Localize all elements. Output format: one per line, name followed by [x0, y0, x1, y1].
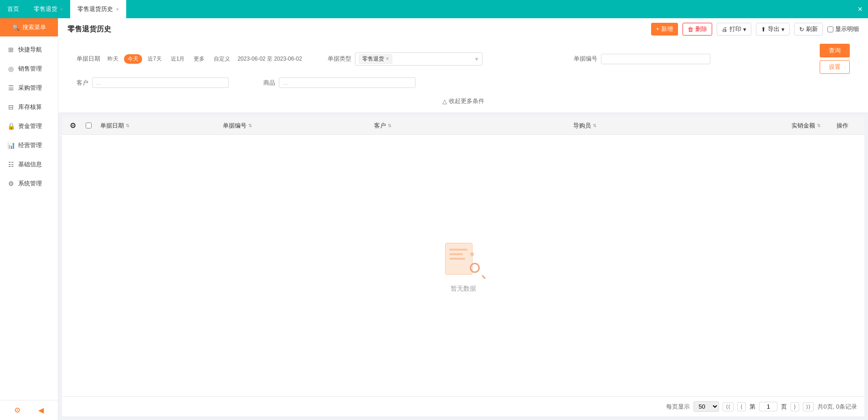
date-options: 昨天 今天 近7天 近1月 更多 自定义 [104, 54, 234, 64]
print-dropdown-icon: ▾ [743, 26, 746, 33]
page-last-button[interactable]: ⟩⟩ [803, 402, 814, 411]
type-select-dropdown-icon: ▾ [475, 56, 478, 62]
per-page-label: 每页显示 [666, 403, 690, 411]
filter-action-buttons: 查询 设置 [820, 44, 850, 74]
filter-area: 单据日期 昨天 今天 近7天 近1月 更多 自定义 2023-06-02 至 2… [67, 40, 859, 113]
number-filter: 单据编号 [574, 54, 812, 64]
number-input[interactable] [601, 54, 710, 64]
page-next-button[interactable]: ⟩ [791, 402, 799, 411]
table-settings-icon[interactable]: ⚙ [66, 121, 80, 130]
customer-select[interactable]: ... [92, 77, 229, 88]
collapse-label: 收起更多条件 [449, 97, 484, 105]
page-first-button[interactable]: ⟨⟨ [723, 402, 734, 411]
customer-filter-label: 客户 [77, 79, 88, 87]
th-date[interactable]: 单据日期 ⇅ [97, 122, 219, 130]
tab-retail-return[interactable]: 零售退货 × [26, 0, 70, 18]
sidebar: 🔍 搜索菜单 ⊞ 快捷导航 ◎ 销售管理 ☰ 采购管理 ⊟ 库存核算 🔒 资金 [0, 18, 58, 420]
sidebar-item-purchase[interactable]: ☰ 采购管理 [0, 78, 58, 97]
finance-icon: 🔒 [7, 123, 15, 130]
system-icon: ⚙ [7, 180, 15, 187]
new-button[interactable]: + 新增 [651, 23, 678, 36]
number-filter-label: 单据编号 [574, 55, 597, 63]
purchase-icon: ☰ [7, 84, 15, 92]
type-select[interactable]: 零售退货 × ▾ [355, 52, 483, 66]
th-amount[interactable]: 实销金额 ⇅ [721, 122, 824, 130]
sidebar-item-operation[interactable]: 📊 经营管理 [0, 136, 58, 155]
table-select-all[interactable] [80, 123, 97, 128]
page-title: 零售退货历史 [67, 25, 111, 34]
per-page-select[interactable]: 50 20 100 [693, 401, 719, 412]
empty-magnifier-shape [470, 263, 486, 279]
select-all-checkbox[interactable] [86, 123, 92, 128]
settings-bottom-icon[interactable]: ⚙ [14, 406, 21, 415]
sidebar-item-basic-info[interactable]: ☷ 基础信息 [0, 155, 58, 174]
sidebar-item-system[interactable]: ⚙ 系统管理 [0, 174, 58, 193]
export-icon: ⬆ [761, 26, 766, 33]
th-number[interactable]: 单据编号 ⇅ [219, 122, 370, 130]
tab-retail-return-history-label: 零售退货历史 [77, 5, 113, 13]
sidebar-search-label: 搜索菜单 [22, 23, 46, 31]
tab-retail-return-history-close[interactable]: × [116, 6, 118, 12]
sales-icon: ◎ [7, 65, 15, 72]
sidebar-item-operation-label: 经营管理 [18, 141, 42, 149]
table-container: ⚙ 单据日期 ⇅ 单据编号 ⇅ 客户 ⇅ 导购员 ⇅ [62, 117, 864, 416]
page-prev-button[interactable]: ⟨ [737, 402, 746, 411]
collapse-button[interactable]: △ 收起更多条件 [437, 95, 490, 107]
filter-row-1: 单据日期 昨天 今天 近7天 近1月 更多 自定义 2023-06-02 至 2… [77, 40, 850, 77]
page-input[interactable] [759, 402, 777, 411]
tab-retail-return-close[interactable]: × [60, 6, 63, 12]
operation-icon: 📊 [7, 142, 15, 149]
type-tag-remove[interactable]: × [386, 56, 389, 62]
page-unit-label: 页 [781, 403, 787, 411]
pagination: 每页显示 50 20 100 ⟨⟨ ⟨ 第 页 ⟩ ⟩⟩ 共0页, 0条记录 [62, 396, 864, 416]
export-button[interactable]: ⬆ 导出 ▾ [756, 23, 790, 36]
search-icon: 🔍 [12, 24, 20, 31]
th-customer[interactable]: 客户 ⇅ [370, 122, 570, 130]
th-amount-sort-icon: ⇅ [817, 123, 821, 128]
th-action-label: 操作 [837, 122, 848, 130]
th-guide[interactable]: 导购员 ⇅ [570, 122, 721, 130]
tab-retail-return-label: 零售退货 [34, 5, 57, 13]
tab-retail-return-history[interactable]: 零售退货历史 × [70, 0, 126, 18]
th-customer-label: 客户 [374, 122, 386, 130]
sidebar-item-finance[interactable]: 🔒 资金管理 [0, 117, 58, 136]
th-guide-label: 导购员 [573, 122, 591, 130]
page-goto-label: 第 [750, 403, 755, 411]
refresh-button[interactable]: ↻ 刷新 [794, 23, 823, 36]
export-dropdown-icon: ▾ [781, 26, 785, 33]
tab-home[interactable]: 首页 [0, 0, 26, 18]
show-detail-input[interactable] [827, 26, 833, 32]
date-filter-label: 单据日期 [77, 55, 100, 63]
delete-icon: 🗑 [688, 26, 693, 33]
th-number-sort-icon: ⇅ [248, 123, 252, 128]
window-close-button[interactable]: × [858, 5, 863, 13]
inventory-icon: ⊟ [7, 103, 15, 111]
goods-filter-label: 商品 [263, 79, 275, 87]
query-button[interactable]: 查询 [820, 44, 850, 57]
tab-home-label: 首页 [7, 5, 19, 13]
date-opt-more[interactable]: 更多 [190, 54, 208, 64]
empty-doc-shape [445, 243, 473, 275]
sidebar-item-inventory[interactable]: ⊟ 库存核算 [0, 97, 58, 117]
sidebar-search[interactable]: 🔍 搜索菜单 [0, 18, 58, 36]
refresh-icon: ↻ [799, 26, 804, 33]
sidebar-item-sales[interactable]: ◎ 销售管理 [0, 59, 58, 78]
goods-select[interactable]: ... [279, 77, 416, 88]
date-opt-yesterday[interactable]: 昨天 [104, 54, 122, 64]
goods-placeholder: ... [283, 79, 288, 86]
delete-button[interactable]: 🗑 删除 [683, 23, 712, 36]
sidebar-item-inventory-label: 库存核算 [18, 103, 42, 111]
sidebar-item-basic-info-label: 基础信息 [18, 160, 42, 169]
sidebar-item-quick-nav[interactable]: ⊞ 快捷导航 [0, 40, 58, 59]
sidebar-item-finance-label: 资金管理 [18, 122, 42, 130]
date-opt-today[interactable]: 今天 [124, 54, 142, 64]
setting-button[interactable]: 设置 [820, 60, 850, 74]
show-detail-checkbox[interactable]: 显示明细 [827, 25, 859, 33]
customer-filter: 客户 ... [77, 77, 229, 88]
date-opt-custom[interactable]: 自定义 [210, 54, 234, 64]
collapse-sidebar-icon[interactable]: ◀ [38, 406, 44, 415]
date-opt-7days[interactable]: 近7天 [144, 54, 165, 64]
print-button[interactable]: 🖨 打印 ▾ [717, 23, 751, 36]
date-opt-1month[interactable]: 近1月 [167, 54, 189, 64]
sidebar-item-sales-label: 销售管理 [18, 65, 42, 73]
